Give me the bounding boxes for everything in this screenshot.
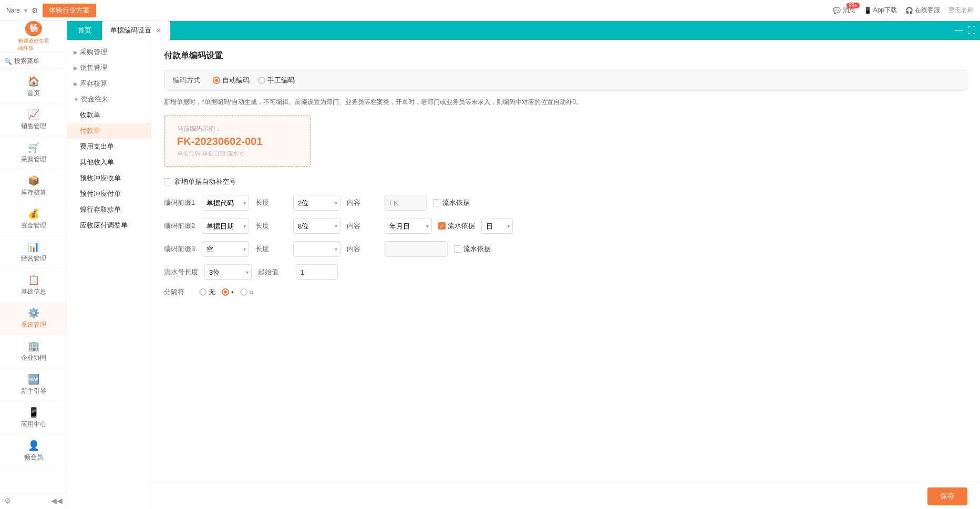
nav-item-payment[interactable]: 付款单 [67, 123, 151, 139]
sidebar-search[interactable]: 🔍 搜索菜单 [0, 53, 67, 70]
tab-active-label: 单据编码设置 [110, 26, 151, 35]
length3-select[interactable] [293, 241, 341, 257]
arrow-icon: ▶ [74, 49, 78, 55]
separator-dot[interactable]: • [222, 288, 234, 296]
logo-icon: 畅 [25, 21, 42, 36]
watermark3-checkbox-box[interactable] [454, 245, 461, 253]
minimize-btn[interactable]: — [955, 21, 963, 40]
manual-encode-radio[interactable] [258, 77, 265, 84]
sidebar-item-inventory[interactable]: 📦 库存核算 [0, 170, 67, 203]
separator-circle-radio[interactable] [240, 288, 247, 296]
nav-item-expense[interactable]: 费用支出单 [67, 139, 151, 154]
tab-bar: 首页 单据编码设置 ✕ — ⛶ [67, 21, 980, 40]
tab-close-icon[interactable]: ✕ [156, 26, 162, 35]
nav-group-purchase-label: 采购管理 [80, 47, 107, 57]
settings-icon[interactable]: ⚙ [32, 6, 38, 15]
left-nav: ▶ 采购管理 ▶ 销售管理 ▶ 库存核算 ▼ 资金往来 收款单 付款单 费用支出… [67, 40, 151, 509]
watermark3-label: 流水依据 [463, 244, 491, 254]
sidebar-item-operation[interactable]: 📊 经营管理 [0, 236, 67, 269]
sidebar-item-member[interactable]: 👤 畅会员 [0, 434, 67, 468]
prefix2-select[interactable]: 单据日期 [202, 218, 249, 234]
tab-home[interactable]: 首页 [67, 21, 102, 40]
dropdown-arrow-icon[interactable]: ▾ [24, 7, 27, 14]
separator-none-radio[interactable] [199, 288, 207, 296]
prefix1-select[interactable]: 单据代码 [202, 195, 249, 211]
sidebar-item-apps[interactable]: 📱 应用中心 [0, 401, 67, 434]
serial-length-select[interactable]: 3位 [204, 264, 252, 280]
nav-group-inventory[interactable]: ▶ 库存核算 [67, 76, 151, 91]
sidebar-item-basic[interactable]: 📋 基础信息 [0, 269, 67, 302]
sidebar-item-member-label: 畅会员 [24, 453, 43, 462]
sidebar-item-purchase[interactable]: 🛒 采购管理 [0, 137, 67, 170]
watermark2-checkbox[interactable]: ✓ 流水依据 [438, 221, 475, 231]
search-label: 搜索菜单 [14, 57, 39, 66]
member-icon: 👤 [28, 440, 39, 451]
start-value-label: 起始值 [258, 267, 290, 277]
brand-logo: Nare [6, 7, 20, 14]
nav-item-prepay-receivable[interactable]: 预收冲应收单 [67, 170, 151, 186]
separator-dot-radio[interactable] [222, 288, 229, 296]
sidebar-item-sales[interactable]: 📈 销售管理 [0, 103, 67, 137]
nav-item-adjustment[interactable]: 应收应付调整单 [67, 217, 151, 233]
watermark1-checkbox[interactable]: 流水依据 [433, 198, 470, 207]
sidebar-item-enterprise-label: 企业协同 [21, 354, 46, 362]
maximize-btn[interactable]: ⛶ [967, 21, 976, 40]
message-badge[interactable]: 💬 消息 99+ [833, 6, 855, 15]
length3-label: 长度 [255, 244, 287, 254]
sidebar-item-sales-label: 销售管理 [21, 122, 46, 131]
prefix3-select[interactable]: 空 [202, 241, 249, 257]
content2-select[interactable]: 年月日 [385, 218, 432, 234]
sidebar-item-home[interactable]: 🏠 首页 [0, 70, 67, 103]
save-button[interactable]: 保存 [927, 487, 967, 505]
auto-encode-radio[interactable] [213, 77, 220, 84]
system-icon: ⚙️ [28, 307, 39, 319]
username-display: 暂无名称 [948, 6, 974, 15]
manual-encode-option[interactable]: 手工编码 [258, 76, 295, 85]
sidebar-item-finance[interactable]: 💰 资金管理 [0, 203, 67, 236]
sidebar-item-system-label: 系统管理 [21, 320, 46, 329]
auto-fill-row: 新增单据自动补空号 [164, 177, 967, 186]
app-label: App下载 [873, 6, 897, 15]
nav-group-capital[interactable]: ▼ 资金往来 [67, 91, 151, 107]
sidebar-item-enterprise[interactable]: 🏢 企业协同 [0, 335, 67, 368]
nav-item-receipt[interactable]: 收款单 [67, 107, 151, 123]
trial-button[interactable]: 体验行业方案 [43, 4, 96, 17]
prefix1-select-wrapper: 单据代码 ▾ [202, 195, 249, 211]
nav-group-purchase[interactable]: ▶ 采购管理 [67, 44, 151, 60]
watermark2-checkbox-box[interactable]: ✓ [438, 222, 446, 230]
length1-select[interactable]: 2位 [293, 195, 341, 211]
separator-circle[interactable]: ○ [240, 288, 254, 296]
nav-item-bank[interactable]: 银行存取款单 [67, 202, 151, 217]
nav-item-prepay-payable[interactable]: 预付冲应付单 [67, 186, 151, 202]
separator-none[interactable]: 无 [199, 287, 215, 297]
online-service-link[interactable]: 🎧 在线客服 [905, 6, 940, 15]
auto-fill-checkbox[interactable] [164, 178, 171, 185]
prefix-row-2: 编码前缀2 单据日期 ▾ 长度 8位 ▾ [164, 218, 967, 234]
serial-length-label: 流水号长度 [164, 267, 198, 277]
sidebar-item-guide[interactable]: 🆕 新手引导 [0, 368, 67, 401]
watermark3-checkbox[interactable]: 流水依据 [454, 244, 491, 254]
settings-bottom-icon[interactable]: ⚙ [4, 496, 11, 505]
sidebar-item-operation-label: 经营管理 [21, 254, 46, 263]
period-select[interactable]: 日 [481, 218, 513, 234]
content3-input[interactable] [385, 241, 448, 257]
nav-item-other-income[interactable]: 其他收入单 [67, 154, 151, 170]
content1-input[interactable] [385, 195, 427, 211]
length2-select[interactable]: 8位 [293, 218, 341, 234]
start-value-input[interactable] [296, 264, 338, 280]
watermark1-checkbox-box[interactable] [433, 199, 440, 206]
prefix-row-3: 编码前缀3 空 ▾ 长度 ▾ [164, 241, 967, 257]
top-bar-left: Nare ▾ ⚙ 体验行业方案 [6, 4, 829, 17]
sidebar-item-apps-label: 应用中心 [21, 420, 46, 429]
nav-group-sales[interactable]: ▶ 销售管理 [67, 60, 151, 76]
sidebar: 畅 畅通道好生意插件版 🔍 搜索菜单 🏠 首页 📈 销售管理 🛒 采购管理 📦 … [0, 21, 67, 509]
auto-encode-option[interactable]: 自动编码 [213, 76, 250, 85]
tab-active[interactable]: 单据编码设置 ✕ [102, 21, 170, 40]
separator-label: 分隔符 [164, 287, 184, 297]
serial-row: 流水号长度 3位 ▾ 起始值 [164, 264, 967, 280]
collapse-icon[interactable]: ◀◀ [51, 496, 63, 505]
auto-encode-label: 自动编码 [222, 76, 250, 85]
sidebar-item-system[interactable]: ⚙️ 系统管理 [0, 302, 67, 335]
app-download-link[interactable]: 📱 App下载 [864, 6, 897, 15]
prefix3-select-wrapper: 空 ▾ [202, 241, 249, 257]
